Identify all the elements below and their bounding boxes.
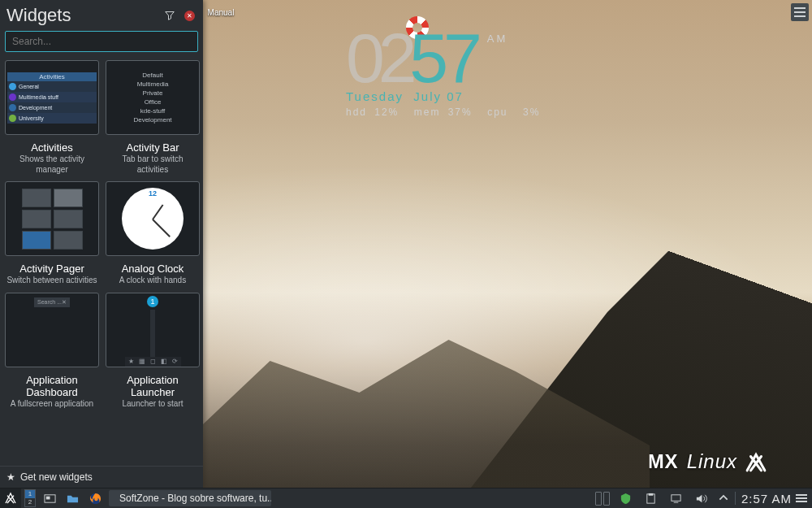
desktop-icon-manual[interactable]: Manual <box>198 8 244 17</box>
widget-thumbnail: Search ...✕ <box>5 293 99 367</box>
firefox-launcher[interactable] <box>86 489 104 507</box>
widget-thumbnail: 12 <box>106 181 200 256</box>
taskbar-window-button[interactable]: SoftZone - Blog sobre software, tu... <box>109 490 271 506</box>
app-menu-button[interactable] <box>0 488 21 509</box>
widget-item-application-dashboard[interactable]: Search ...✕ Application Dashboard A full… <box>5 293 99 410</box>
filter-icon[interactable] <box>162 8 177 23</box>
widget-thumbnail <box>5 181 99 256</box>
taskbar-clock[interactable]: 2:57 AM <box>741 492 792 506</box>
widgets-grid[interactable]: ActivitiesGeneralMultimedia stuffDevelop… <box>0 55 203 466</box>
virtual-desktop-pager[interactable]: 1 2 <box>24 489 36 507</box>
mx-linux-watermark: MX Linux <box>648 450 767 473</box>
tray-clipboard-icon[interactable] <box>642 489 660 507</box>
close-widgets-button[interactable] <box>182 8 197 23</box>
widget-item-analog-clock[interactable]: 12 Analog Clock A clock with hands <box>106 181 200 286</box>
get-new-widgets-button[interactable]: Get new widgets <box>0 466 203 488</box>
svg-rect-1 <box>45 496 50 499</box>
tray-expand-icon[interactable] <box>718 489 729 507</box>
tray-update-icon[interactable] <box>617 489 635 507</box>
widget-item-activity-bar[interactable]: DefaultMultimediaPrivateOfficekde-stuffD… <box>106 60 200 175</box>
widget-thumbnail: DefaultMultimediaPrivateOfficekde-stuffD… <box>106 60 200 135</box>
pager-desktop-1[interactable]: 1 <box>25 490 35 498</box>
clock-ampm: AM <box>487 33 508 45</box>
clock-hours: 02 <box>346 19 411 97</box>
widget-thumbnail: ActivitiesGeneralMultimedia stuffDevelop… <box>5 60 99 135</box>
clock-stats: hdd 12% mem 37% cpu 3% <box>346 106 540 118</box>
file-manager-launcher[interactable] <box>63 489 81 507</box>
tray-battery-icon[interactable] <box>595 492 610 506</box>
widget-item-activity-pager[interactable]: Activity Pager Switch between activities <box>5 181 99 286</box>
window-title: SoftZone - Blog sobre software, tu... <box>119 493 271 504</box>
taskbar-menu-icon[interactable] <box>796 494 807 502</box>
pager-desktop-2[interactable]: 2 <box>25 498 35 506</box>
mx-logo-icon <box>745 451 767 472</box>
desktop-icon-label: Manual <box>208 8 235 17</box>
taskbar: 1 2 SoftZone - Blog sobre software, tu..… <box>0 488 812 508</box>
widget-item-activities[interactable]: ActivitiesGeneralMultimedia stuffDevelop… <box>5 60 99 175</box>
tray-network-icon[interactable] <box>667 489 685 507</box>
svg-rect-5 <box>649 493 654 495</box>
clock-minutes: 57 <box>409 19 477 97</box>
svg-rect-6 <box>672 494 680 501</box>
widgets-search-input[interactable] <box>5 31 198 52</box>
panel-config-button[interactable] <box>791 3 809 21</box>
desktop-clock-widget: 02 57 AM Tuesday July 07 hdd 12% mem 37%… <box>346 23 540 118</box>
tray-volume-icon[interactable] <box>693 489 710 507</box>
show-desktop-button[interactable] <box>41 489 58 507</box>
widgets-title: Widgets <box>6 5 158 26</box>
desktop-wallpaper[interactable]: Manual 02 57 AM Tuesday July 07 hdd 12% … <box>0 0 812 488</box>
widget-thumbnail: 1 ★▦◻◧⟳ <box>106 293 200 367</box>
widget-item-application-launcher[interactable]: 1 ★▦◻◧⟳ Application Launcher Launcher to… <box>106 293 200 410</box>
widgets-panel: Widgets ActivitiesGeneralMultimedia stuf… <box>0 0 203 488</box>
